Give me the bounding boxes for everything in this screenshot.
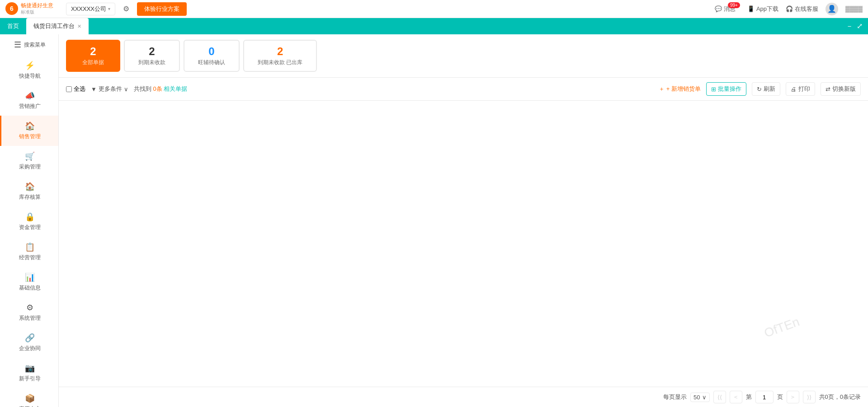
sidebar-operations-label: 经营管理: [19, 254, 41, 262]
switch-version-button[interactable]: ⇄ 切换新版: [821, 82, 861, 96]
refresh-button[interactable]: ↻ 刷新: [752, 82, 780, 96]
basic-info-icon: 📊: [25, 272, 35, 282]
sales-icon: 🏠: [25, 121, 35, 131]
page-label: 第: [746, 393, 752, 401]
nav-maximize-icon[interactable]: ⤢: [857, 22, 863, 31]
header: 6 畅捷通好生意 标准版 XXXXXX公司 ▾ ⚙ 体验行业方案 💬 消息 99…: [0, 0, 868, 18]
toolbar-right: ＋ + 新增销货单 ⊞ 批量操作 ↻ 刷新 🖨 打印 ⇄ 切换新版: [659, 82, 861, 96]
message-icon: 💬: [715, 5, 722, 12]
nav-right: － ⤢: [846, 22, 868, 31]
sidebar-item-purchase[interactable]: 🛒 采购管理: [0, 146, 58, 176]
card-all[interactable]: 2 全部单据: [66, 40, 120, 72]
filter-button[interactable]: ▼ 更多条件 ∨: [91, 85, 128, 93]
enterprise-icon: 🔗: [25, 333, 35, 343]
prev-page-button[interactable]: ＜: [730, 391, 742, 403]
card-not-shipped[interactable]: 2 到期未收款 已出库: [243, 40, 317, 72]
online-service-button[interactable]: 🎧 在线客服: [786, 5, 818, 13]
card-not-shipped-label: 到期未收款 已出库: [258, 59, 302, 66]
marketing-icon: 📣: [25, 91, 35, 101]
sidebar-purchase-label: 采购管理: [19, 163, 41, 171]
switch-icon: ⇄: [826, 86, 830, 93]
content-area: 2 全部单据 2 到期未收款 0 旺辅待确认 2 到期未收款 已出库 全选: [59, 34, 868, 407]
sidebar-inventory-label: 库存核算: [19, 193, 41, 201]
online-service-label: 在线客服: [795, 5, 818, 13]
table-empty-state: [59, 101, 868, 387]
next-page-button[interactable]: ＞: [787, 391, 799, 403]
card-pending[interactable]: 0 旺辅待确认: [184, 40, 240, 72]
logo-sub: 标准版: [21, 9, 53, 15]
tab-workbench[interactable]: 钱货日清工作台 ✕: [26, 18, 89, 34]
service-icon: 🎧: [786, 5, 793, 12]
tab-close-icon[interactable]: ✕: [77, 23, 81, 29]
card-overdue-num: 2: [149, 45, 155, 58]
add-btn-label: + 新增销货单: [666, 85, 701, 93]
summary-cards: 2 全部单据 2 到期未收款 0 旺辅待确认 2 到期未收款 已出库: [59, 34, 868, 78]
nav-minimize-icon[interactable]: －: [846, 22, 853, 31]
quick-nav-icon: ⚡: [25, 61, 35, 70]
sidebar-item-app-center[interactable]: 📦 应用中心: [0, 388, 58, 407]
page-size-selector[interactable]: 50 ∨: [690, 393, 709, 402]
card-overdue[interactable]: 2 到期未收款: [124, 40, 180, 72]
card-not-shipped-num: 2: [277, 45, 283, 58]
operations-icon: 📋: [25, 242, 35, 252]
sidebar-item-operations[interactable]: 📋 经营管理: [0, 237, 58, 267]
add-icon: ＋: [659, 85, 665, 93]
message-button[interactable]: 💬 消息 99+: [715, 5, 736, 13]
tab-home-label: 首页: [7, 22, 19, 30]
print-button[interactable]: 🖨 打印: [786, 82, 815, 96]
username-text: ▓▓▓▓: [845, 5, 863, 12]
per-page-label: 每页显示: [663, 393, 687, 401]
print-label: 打印: [798, 85, 810, 93]
card-all-label: 全部单据: [82, 59, 104, 66]
username-display[interactable]: ▓▓▓▓: [845, 5, 863, 12]
inventory-icon: 🏠: [25, 182, 35, 192]
sidebar-search-label: 搜索菜单: [24, 41, 46, 49]
sidebar-item-quick-nav[interactable]: ⚡ 快捷导航: [0, 55, 58, 85]
nav-tabs: 首页 钱货日清工作台 ✕ － ⤢: [0, 18, 868, 34]
filter-label: 更多条件: [99, 85, 122, 93]
pagination: 每页显示 50 ∨ ⟨⟨ ＜ 第 页 ＞ ⟩⟩ 共0页，0条记录: [59, 387, 868, 407]
found-text: 共找到 0条 相关单据: [134, 85, 187, 93]
sidebar-item-guide[interactable]: 📷 新手引导: [0, 358, 58, 388]
page-number-input[interactable]: [755, 391, 774, 403]
first-page-button[interactable]: ⟨⟨: [713, 391, 726, 403]
batch-icon: ⊞: [711, 86, 716, 93]
sidebar-item-finance[interactable]: 🔒 资金管理: [0, 206, 58, 237]
batch-label: 批量操作: [718, 85, 741, 93]
table-area: [59, 101, 868, 387]
last-page-button[interactable]: ⟩⟩: [803, 391, 816, 403]
sidebar: ☰ 搜索菜单 ⚡ 快捷导航 📣 营销推广 🏠 销售管理 🛒 采购管理 🏠 库存核…: [0, 34, 59, 407]
card-all-num: 2: [90, 45, 96, 58]
app-center-icon: 📦: [25, 393, 35, 403]
checkbox-input[interactable]: [66, 86, 72, 92]
sidebar-quick-nav-label: 快捷导航: [19, 72, 41, 80]
sidebar-item-search[interactable]: ☰ 搜索菜单: [0, 34, 58, 55]
tab-home[interactable]: 首页: [0, 18, 26, 34]
sidebar-item-enterprise[interactable]: 🔗 企业协同: [0, 327, 58, 358]
sidebar-item-system[interactable]: ⚙ 系统管理: [0, 297, 58, 327]
related-link[interactable]: 相关单据: [164, 85, 187, 92]
finance-icon: 🔒: [25, 212, 35, 222]
filter-icon: ▼: [91, 86, 97, 93]
sidebar-app-center-label: 应用中心: [19, 405, 41, 407]
sidebar-enterprise-label: 企业协同: [19, 345, 41, 352]
sidebar-item-sales[interactable]: 🏠 销售管理: [0, 116, 58, 146]
sidebar-basic-info-label: 基础信息: [19, 284, 41, 292]
switch-label: 切换新版: [832, 85, 856, 93]
sidebar-marketing-label: 营销推广: [19, 103, 41, 110]
batch-operation-button[interactable]: ⊞ 批量操作: [706, 82, 746, 96]
select-all-checkbox[interactable]: 全选: [66, 85, 85, 93]
avatar[interactable]: 👤: [826, 3, 838, 15]
sidebar-item-inventory[interactable]: 🏠 库存核算: [0, 176, 58, 206]
add-sales-order-button[interactable]: ＋ + 新增销货单: [659, 85, 701, 93]
trial-button[interactable]: 体验行业方案: [137, 2, 187, 16]
search-menu-icon: ☰: [14, 40, 21, 50]
settings-icon[interactable]: ⚙: [119, 2, 133, 16]
page-suffix: 页: [777, 393, 783, 401]
company-selector[interactable]: XXXXXX公司 ▾: [66, 3, 115, 15]
sidebar-item-basic-info[interactable]: 📊 基础信息: [0, 267, 58, 297]
app-download-button[interactable]: 📱 App下载: [747, 5, 778, 13]
toolbar-left: 全选 ▼ 更多条件 ∨ 共找到 0条 相关单据: [66, 85, 653, 93]
sidebar-item-marketing[interactable]: 📣 营销推广: [0, 85, 58, 116]
card-pending-num: 0: [208, 45, 214, 58]
